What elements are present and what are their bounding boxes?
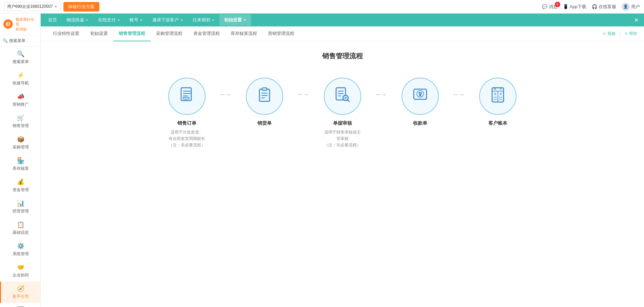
sub-tabs-container: 行业特性设置初始设置销售管理流程采购管理流程资金管理流程库存核算流程营销管理流程 — [47, 26, 300, 41]
sidebar-item-basic-info[interactable]: 📋 基础信息 — [0, 218, 40, 239]
doc-review-desc: 适用于财务审核或主 管审核 （注：非必要流程） — [324, 129, 361, 149]
svg-text:¥: ¥ — [500, 92, 502, 96]
app-download-item[interactable]: 📱 App下载 — [563, 4, 586, 10]
flow-arrow-3: --→ — [451, 90, 467, 98]
close-tab-icon[interactable]: ✕ — [140, 18, 143, 22]
close-tab-icon[interactable]: ✕ — [117, 18, 120, 22]
sidebar: 好 畅捷通好生意 标准版 🔍 搜索菜单 🔍 搜索菜单⚡ 快捷导航📣 营销推广🛒 … — [0, 14, 41, 307]
sales-delivery-icon — [246, 78, 283, 115]
sub-tab-营销管理流程[interactable]: 营销管理流程 — [262, 26, 300, 41]
sidebar-item-new-guide[interactable]: 🧭 新手引导 — [0, 282, 40, 303]
customer-ledger-icon: 账 本 ¥ ¥ — [479, 78, 516, 115]
online-service-label: 在线客服 — [599, 4, 616, 10]
logo-text: 畅捷通好生意 标准版 — [16, 17, 38, 32]
nav-tab-往来期初[interactable]: 往来期初 ✕ — [188, 14, 219, 26]
user-select[interactable]: 用户690企业1660120507 ▼ — [4, 2, 61, 11]
sales-delivery-title: 销货单 — [257, 120, 272, 126]
top-bar-right: 💬 消息 6 📱 App下载 🎧 在线客服 👤 用户 — [542, 3, 640, 11]
inventory-icon: 🏪 — [17, 157, 24, 164]
nav-tab-首页[interactable]: 首页 — [43, 14, 62, 26]
close-tab-icon[interactable]: ✕ — [212, 18, 215, 22]
sidebar-item-label: 搜索菜单 — [13, 59, 29, 65]
sub-tab-资金管理流程[interactable]: 资金管理流程 — [188, 26, 225, 41]
sidebar-item-label: 新手引导 — [13, 294, 29, 300]
sub-tab-行业特性设置[interactable]: 行业特性设置 — [47, 26, 85, 41]
close-tab-icon[interactable]: ✕ — [243, 18, 246, 22]
nav-tab-物流快递[interactable]: 物流快递 ✕ — [62, 14, 93, 26]
user-profile-item[interactable]: 👤 用户 — [622, 3, 640, 11]
doc-review-icon — [324, 78, 361, 115]
enterprise-coop-icon: 🤝 — [17, 264, 24, 271]
user-name-label: 用户 — [631, 4, 640, 10]
sub-tab-初始设置[interactable]: 初始设置 — [85, 26, 113, 41]
sidebar-item-system[interactable]: ⚙️ 系统管理 — [0, 239, 40, 260]
svg-rect-6 — [183, 97, 189, 99]
receipt-title: 收款单 — [413, 120, 427, 126]
close-tab-icon[interactable]: ✕ — [180, 18, 183, 22]
nav-tab-label: 在线支付 — [98, 17, 116, 23]
page-content: 行业特性设置初始设置销售管理流程采购管理流程资金管理流程库存核算流程营销管理流程… — [41, 26, 644, 307]
flow-step-customer-ledger: 账 本 ¥ ¥ 客户账本 — [467, 78, 528, 129]
close-all-tabs-button[interactable]: ✕ — [631, 16, 641, 25]
quick-nav-icon: ⚡ — [17, 71, 24, 79]
receipt-svg-icon: ¥ — [412, 86, 429, 106]
svg-text:本: 本 — [500, 87, 502, 90]
nav-tab-label: 邀请下游客户 — [152, 17, 179, 23]
nav-tab-邀请下游客户[interactable]: 邀请下游客户 ✕ — [148, 14, 188, 26]
messages-badge: 6 — [555, 2, 560, 7]
sidebar-item-finance[interactable]: 💰 资金管理 — [0, 175, 40, 196]
nav-tab-label: 物流快递 — [66, 17, 84, 23]
nav-tab-账号[interactable]: 账号 ✕ — [125, 14, 148, 26]
sidebar-item-label: 营销推广 — [13, 102, 29, 107]
svg-text:好: 好 — [5, 21, 11, 27]
system-icon: ⚙️ — [17, 242, 24, 250]
nav-tab-label: 首页 — [48, 17, 57, 23]
search-icon: 🔍 — [3, 38, 8, 43]
headset-icon: 🎧 — [592, 4, 597, 9]
sidebar-item-label: 经营管理 — [13, 208, 29, 214]
nav-tab-在线支付[interactable]: 在线支付 ✕ — [93, 14, 125, 26]
help-btn[interactable]: ⊙ 帮助 — [625, 31, 637, 37]
sub-tab-库存核算流程[interactable]: 库存核算流程 — [225, 26, 262, 41]
nav-tab-label: 往来期初 — [193, 17, 210, 23]
messages-item[interactable]: 💬 消息 6 — [542, 4, 558, 10]
video-help-btn[interactable]: ⊙ 视频 — [603, 31, 615, 37]
sidebar-search[interactable]: 🔍 搜索菜单 — [0, 35, 40, 47]
sub-tab-采购管理流程[interactable]: 采购管理流程 — [151, 26, 188, 41]
search-icon: 🔍 — [17, 50, 24, 58]
content-area: 首页物流快递 ✕在线支付 ✕账号 ✕邀请下游客户 ✕往来期初 ✕初始设置 ✕ ✕… — [41, 14, 644, 307]
sidebar-items: 🔍 搜索菜单⚡ 快捷导航📣 营销推广🛒 销售管理📦 采购管理🏪 库存核算💰 资金… — [0, 47, 40, 307]
sidebar-item-label: 系统管理 — [13, 251, 29, 257]
svg-rect-8 — [262, 88, 267, 90]
sidebar-item-enterprise-coop[interactable]: 🤝 企业协同 — [0, 260, 40, 282]
sales-order-desc: 适用于分批发货、 有合同发货周期较长 （注：非必要流程） — [169, 129, 205, 149]
nav-tab-初始设置[interactable]: 初始设置 ✕ — [219, 14, 251, 26]
svg-line-17 — [348, 100, 350, 102]
sidebar-item-operation[interactable]: 📊 经营管理 — [0, 196, 40, 218]
sales-order-svg-icon — [178, 86, 195, 106]
sidebar-item-marketing[interactable]: 📣 营销推广 — [0, 89, 40, 111]
trial-button[interactable]: 体验行业方案 — [63, 2, 99, 12]
sidebar-item-sales[interactable]: 🛒 销售管理 — [0, 111, 40, 132]
svg-text:账: 账 — [494, 87, 496, 90]
sales-icon: 🛒 — [17, 114, 24, 122]
sidebar-item-label: 快捷导航 — [13, 80, 29, 86]
purchase-icon: 📦 — [17, 136, 24, 143]
sidebar-item-label: 销售管理 — [13, 123, 29, 129]
sidebar-item-label: 库存核算 — [13, 166, 29, 171]
app-logo-icon: 好 — [3, 19, 14, 29]
top-bar-left: 用户690企业1660120507 ▼ 体验行业方案 — [4, 2, 99, 12]
sidebar-item-inventory[interactable]: 🏪 库存核算 — [0, 154, 40, 175]
sidebar-item-app-center[interactable]: 🔲 应用中心 — [0, 303, 40, 307]
flow-arrow-1: --→ — [295, 90, 312, 98]
nav-tabs-container: 首页物流快递 ✕在线支付 ✕账号 ✕邀请下游客户 ✕往来期初 ✕初始设置 ✕ — [43, 14, 631, 26]
receipt-icon: ¥ — [402, 78, 439, 115]
close-tab-icon[interactable]: ✕ — [85, 18, 89, 22]
sidebar-item-search[interactable]: 🔍 搜索菜单 — [0, 47, 40, 68]
sub-tab-销售管理流程[interactable]: 销售管理流程 — [113, 26, 151, 41]
svg-text:¥: ¥ — [494, 92, 496, 96]
user-select-label: 用户690企业1660120507 — [7, 4, 53, 9]
sidebar-item-purchase[interactable]: 📦 采购管理 — [0, 132, 40, 154]
online-service-item[interactable]: 🎧 在线客服 — [592, 4, 616, 10]
sidebar-item-quick-nav[interactable]: ⚡ 快捷导航 — [0, 68, 40, 89]
